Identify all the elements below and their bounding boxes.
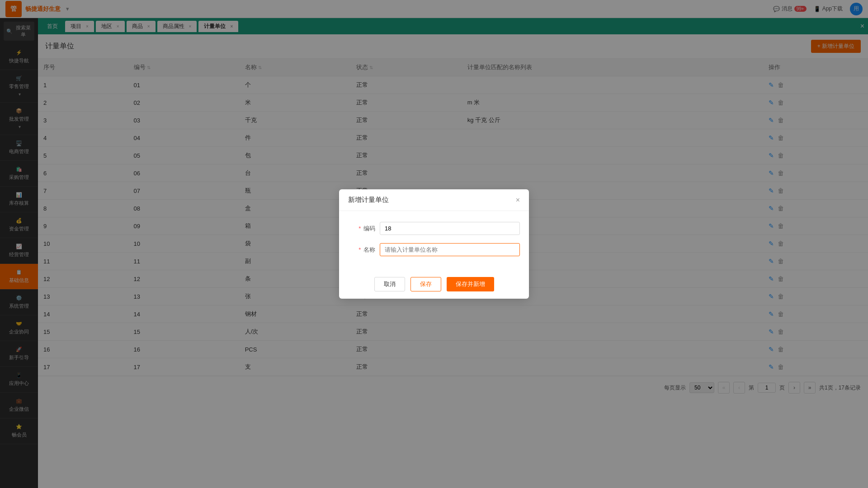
modal-title: 新增计量单位 [348,196,389,204]
modal-footer: 取消 保存 保存并新增 [339,272,529,299]
name-field-row: * 名称 [348,243,520,256]
code-input[interactable] [380,222,520,235]
save-button[interactable]: 保存 [410,277,441,291]
cancel-button[interactable]: 取消 [374,277,405,291]
name-input[interactable] [380,243,520,256]
modal-body: * 编码 * 名称 [339,211,529,272]
modal-overlay: 新增计量单位 × * 编码 * 名称 取消 保存 保存并新增 [0,0,868,488]
code-required-mark: * [359,225,361,232]
save-and-new-button[interactable]: 保存并新增 [447,277,494,291]
modal-header: 新增计量单位 × [339,189,529,211]
add-unit-modal: 新增计量单位 × * 编码 * 名称 取消 保存 保存并新增 [339,189,529,299]
modal-close-btn[interactable]: × [516,196,520,204]
code-label: * 编码 [348,225,375,233]
name-label: * 名称 [348,246,375,254]
name-required-mark: * [359,246,361,253]
code-field-row: * 编码 [348,222,520,235]
